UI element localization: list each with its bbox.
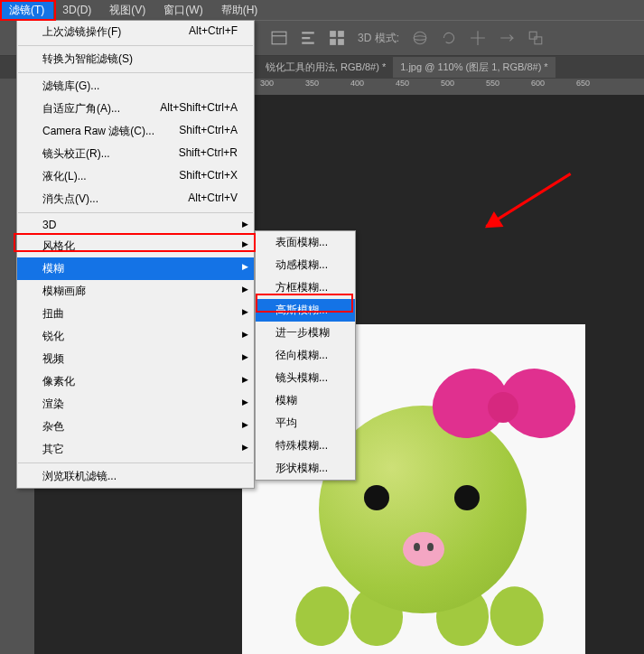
tab-doc-2[interactable]: 1.jpg @ 110% (图层 1, RGB/8#) * — [393, 57, 555, 78]
filter-menu-item[interactable]: 视频 — [17, 348, 254, 370]
menu-help[interactable]: 帮助(H) — [212, 0, 267, 21]
filter-menu-item[interactable]: 锐化 — [17, 325, 254, 348]
svg-rect-3 — [338, 31, 344, 37]
svg-point-6 — [414, 32, 426, 44]
blur-submenu-item[interactable]: 动感模糊... — [256, 254, 355, 276]
filter-menu-item[interactable]: 其它 — [17, 438, 254, 461]
align-icon[interactable] — [300, 30, 316, 46]
menu-window[interactable]: 窗口(W) — [154, 0, 211, 21]
filter-menu-item[interactable]: 自适应广角(A)...Alt+Shift+Ctrl+A — [17, 98, 254, 120]
ruler-tick: 600 — [531, 79, 545, 88]
filter-menu-item[interactable]: 液化(L)...Shift+Ctrl+X — [17, 165, 254, 188]
tab-doc-1[interactable]: 锐化工具的用法, RGB/8#) * — [258, 57, 393, 78]
menu-filter[interactable]: 滤镜(T) — [0, 0, 53, 21]
ruler-tick: 550 — [486, 79, 499, 88]
blur-submenu-item[interactable]: 形状模糊... — [256, 457, 355, 480]
menubar: 滤镜(T) 3D(D) 视图(V) 窗口(W) 帮助(H) — [0, 0, 644, 20]
ruler-tick: 350 — [305, 79, 319, 88]
orbit-icon[interactable] — [412, 30, 428, 46]
filter-menu-item[interactable]: 消失点(V)...Alt+Ctrl+V — [17, 188, 254, 210]
menu-3d[interactable]: 3D(D) — [53, 1, 100, 19]
filter-menu-dropdown: 上次滤镜操作(F)Alt+Ctrl+F转换为智能滤镜(S)滤镜库(G)...自适… — [16, 20, 255, 489]
filter-menu-item[interactable]: 扭曲 — [17, 303, 254, 325]
blur-submenu-item[interactable]: 高斯模糊... — [256, 299, 355, 322]
svg-rect-4 — [330, 39, 336, 45]
svg-rect-2 — [330, 31, 336, 37]
ruler-tick: 500 — [441, 79, 454, 88]
filter-menu-item[interactable]: 浏览联机滤镜... — [17, 465, 254, 488]
filter-menu-item[interactable]: 像素化 — [17, 370, 254, 393]
blur-submenu: 表面模糊...动感模糊...方框模糊...高斯模糊...进一步模糊径向模糊...… — [255, 230, 356, 481]
filter-menu-item[interactable]: 杂色 — [17, 416, 254, 438]
svg-rect-0 — [272, 32, 286, 44]
mode-3d-label: 3D 模式: — [358, 31, 399, 46]
filter-menu-item[interactable]: 模糊画廊 — [17, 280, 254, 303]
filter-menu-item[interactable]: 渲染 — [17, 393, 254, 416]
pan-icon[interactable] — [470, 30, 486, 46]
menu-view[interactable]: 视图(V) — [100, 0, 154, 21]
grid-icon[interactable] — [329, 30, 345, 46]
blur-submenu-item[interactable]: 进一步模糊 — [256, 322, 355, 344]
filter-menu-item[interactable]: Camera Raw 滤镜(C)...Shift+Ctrl+A — [17, 120, 254, 143]
filter-menu-item[interactable]: 转换为智能滤镜(S) — [17, 48, 254, 70]
filter-menu-item[interactable]: 上次滤镜操作(F)Alt+Ctrl+F — [17, 21, 254, 43]
blur-submenu-item[interactable]: 径向模糊... — [256, 344, 355, 367]
blur-submenu-item[interactable]: 模糊 — [256, 389, 355, 412]
blur-submenu-item[interactable]: 平均 — [256, 412, 355, 434]
blur-submenu-item[interactable]: 特殊模糊... — [256, 434, 355, 457]
svg-rect-8 — [529, 32, 537, 39]
slide-icon[interactable] — [499, 30, 515, 46]
ruler-tick: 650 — [576, 79, 590, 88]
filter-menu-item[interactable]: 镜头校正(R)...Shift+Ctrl+R — [17, 143, 254, 165]
ruler-tick: 400 — [350, 79, 364, 88]
blur-submenu-item[interactable]: 方框模糊... — [256, 276, 355, 299]
ruler-tick: 450 — [396, 79, 409, 88]
rotate-icon[interactable] — [441, 30, 457, 46]
panel-icon[interactable] — [271, 30, 287, 46]
filter-menu-item[interactable]: 模糊 — [17, 257, 254, 280]
blur-submenu-item[interactable]: 表面模糊... — [256, 231, 355, 254]
svg-point-7 — [414, 36, 426, 41]
svg-rect-9 — [535, 37, 542, 44]
svg-rect-5 — [338, 39, 344, 45]
filter-menu-item[interactable]: 风格化 — [17, 235, 254, 257]
filter-menu-item[interactable]: 3D — [17, 215, 254, 235]
scale-icon[interactable] — [527, 30, 544, 46]
blur-submenu-item[interactable]: 镜头模糊... — [256, 367, 355, 389]
filter-menu-item[interactable]: 滤镜库(G)... — [17, 75, 254, 98]
ruler-tick: 300 — [260, 79, 274, 88]
